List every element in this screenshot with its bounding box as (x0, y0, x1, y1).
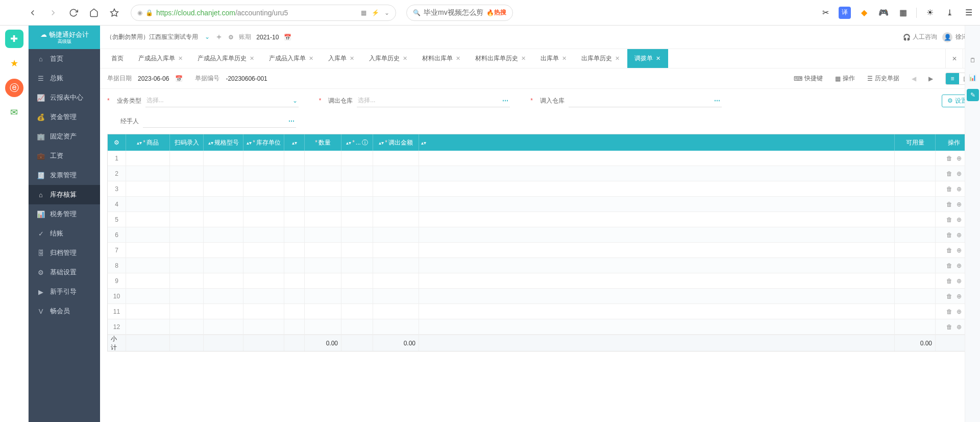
url-dropdown-icon[interactable]: ⌄ (384, 9, 389, 16)
address-bar[interactable]: ◉ 🔒 https://cloud.chanjet.com/accounting… (131, 5, 396, 21)
url-text: https://cloud.chanjet.com/accounting/uru… (156, 9, 288, 17)
search-icon: 🔍 (413, 9, 421, 16)
theme-icon[interactable]: ☀ (924, 7, 936, 19)
browser-tools: ✂ 译 ◆ 🎮 ▦ ☀ ⤓ ☰ (819, 7, 975, 19)
browser-toolbar: ◉ 🔒 https://cloud.chanjet.com/accounting… (0, 0, 980, 26)
translate-icon[interactable]: 译 (839, 7, 851, 19)
menu-icon[interactable]: ☰ (963, 7, 975, 19)
wallet-icon[interactable]: ◆ (858, 7, 870, 19)
favorite-button[interactable] (106, 5, 122, 21)
qr-icon[interactable]: ▦ (361, 9, 366, 16)
site-info-icon[interactable]: ◉ (137, 9, 142, 16)
hot-search-badge[interactable]: 🔥热搜 (486, 8, 506, 17)
forward-button[interactable] (45, 5, 61, 21)
svg-marker-0 (111, 9, 118, 16)
apps-icon[interactable]: ▦ (897, 7, 909, 19)
search-box[interactable]: 🔍 毕业mv视频怎么剪 🔥热搜 (406, 5, 513, 21)
reload-button[interactable] (65, 5, 82, 21)
home-button[interactable] (86, 5, 102, 21)
back-button[interactable] (24, 5, 41, 21)
bolt-icon[interactable]: ⚡ (372, 9, 379, 16)
scissors-icon[interactable]: ✂ (819, 7, 831, 19)
lock-icon: 🔒 (145, 9, 153, 16)
download-icon[interactable]: ⤓ (943, 7, 955, 19)
game-icon[interactable]: 🎮 (877, 7, 890, 19)
search-placeholder: 毕业mv视频怎么剪 (424, 8, 483, 17)
